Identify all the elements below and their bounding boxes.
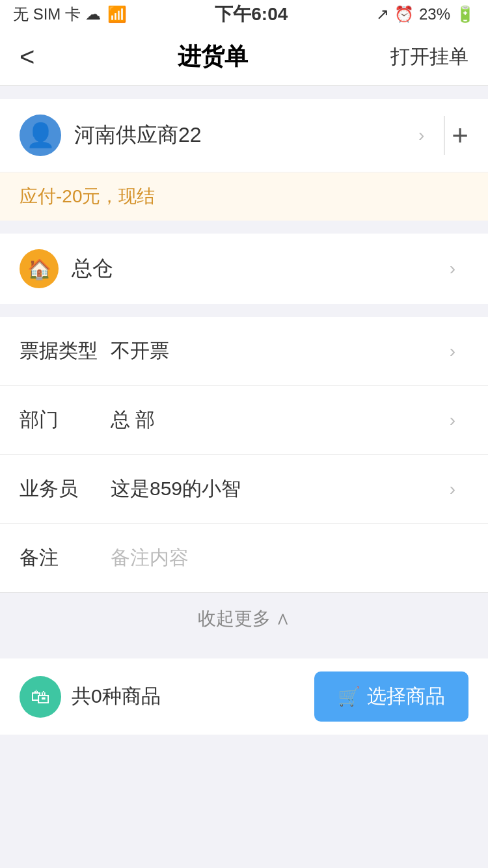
- product-bag-icon: 🛍: [31, 686, 50, 708]
- select-product-label: 选择商品: [367, 683, 445, 710]
- salesman-value: 这是859的小智: [111, 476, 450, 502]
- warehouse-row[interactable]: 🏠 总仓 ›: [0, 234, 488, 304]
- status-right: ↗ ⏰ 23% 🔋: [376, 5, 475, 23]
- ticket-type-value: 不开票: [111, 338, 450, 364]
- back-button[interactable]: <: [20, 42, 34, 72]
- supplier-name: 河南供应商22: [74, 121, 418, 150]
- department-chevron-icon: ›: [450, 410, 455, 431]
- location-icon: ↗: [376, 5, 389, 23]
- salesman-row[interactable]: 业务员 这是859的小智 ›: [0, 454, 488, 523]
- battery-label: 23%: [419, 5, 450, 23]
- supplier-section: 👤 河南供应商22 › + 应付-20元，现结: [0, 99, 488, 221]
- select-product-icon: 🛒: [338, 686, 360, 707]
- section-gap-4: [0, 644, 488, 657]
- add-supplier-button[interactable]: +: [452, 121, 468, 150]
- section-gap-3: [0, 304, 488, 317]
- warehouse-chevron-icon: ›: [450, 258, 455, 279]
- battery-icon: 🔋: [455, 5, 475, 23]
- product-bar: 🛍 共0种商品 🛒 选择商品: [0, 658, 488, 735]
- ticket-chevron-icon: ›: [450, 341, 455, 362]
- form-section: 票据类型 不开票 › 部门 总 部 › 业务员 这是859的小智 › 备注 备注…: [0, 317, 488, 592]
- warehouse-icon-wrap: 🏠: [20, 249, 59, 288]
- supplier-avatar: 👤: [20, 115, 61, 156]
- collapse-button[interactable]: 收起更多 ∧: [0, 592, 488, 644]
- salesman-label: 业务员: [20, 476, 111, 502]
- warehouse-section: 🏠 总仓 ›: [0, 234, 488, 304]
- department-row[interactable]: 部门 总 部 ›: [0, 385, 488, 454]
- department-label: 部门: [20, 407, 111, 433]
- nav-bar: < 进货单 打开挂单: [0, 29, 488, 86]
- remark-row[interactable]: 备注 备注内容: [0, 523, 488, 592]
- supplier-row[interactable]: 👤 河南供应商22 › +: [0, 99, 488, 172]
- product-count: 共0种商品: [72, 683, 161, 710]
- product-left: 🛍 共0种商品: [20, 676, 161, 718]
- alarm-icon: ⏰: [394, 5, 414, 23]
- warehouse-name: 总仓: [72, 254, 450, 283]
- section-gap-2: [0, 221, 488, 234]
- notice-banner: 应付-20元，现结: [0, 172, 488, 221]
- department-value: 总 部: [111, 407, 450, 433]
- collapse-label: 收起更多 ∧: [198, 606, 291, 631]
- ticket-type-label: 票据类型: [20, 338, 111, 364]
- sim-label: 无 SIM 卡 ☁: [13, 4, 101, 25]
- salesman-chevron-icon: ›: [450, 479, 455, 500]
- warehouse-icon: 🏠: [27, 258, 51, 280]
- section-gap-1: [0, 86, 488, 99]
- status-left: 无 SIM 卡 ☁ 📶: [13, 4, 127, 25]
- remark-input[interactable]: 备注内容: [111, 545, 468, 571]
- chevron-right-icon: ›: [418, 125, 424, 146]
- select-product-button[interactable]: 🛒 选择商品: [314, 671, 468, 722]
- product-icon-wrap: 🛍: [20, 676, 61, 718]
- vertical-divider: [444, 116, 445, 155]
- open-pending-button[interactable]: 打开挂单: [390, 44, 468, 70]
- ticket-type-row[interactable]: 票据类型 不开票 ›: [0, 317, 488, 385]
- notice-text: 应付-20元，现结: [20, 186, 155, 206]
- wifi-icon: 📶: [107, 5, 127, 23]
- page-title: 进货单: [178, 41, 248, 73]
- remark-label: 备注: [20, 545, 111, 571]
- status-bar: 无 SIM 卡 ☁ 📶 下午6:04 ↗ ⏰ 23% 🔋: [0, 0, 488, 29]
- avatar-icon: 👤: [26, 122, 55, 149]
- status-time: 下午6:04: [215, 2, 288, 27]
